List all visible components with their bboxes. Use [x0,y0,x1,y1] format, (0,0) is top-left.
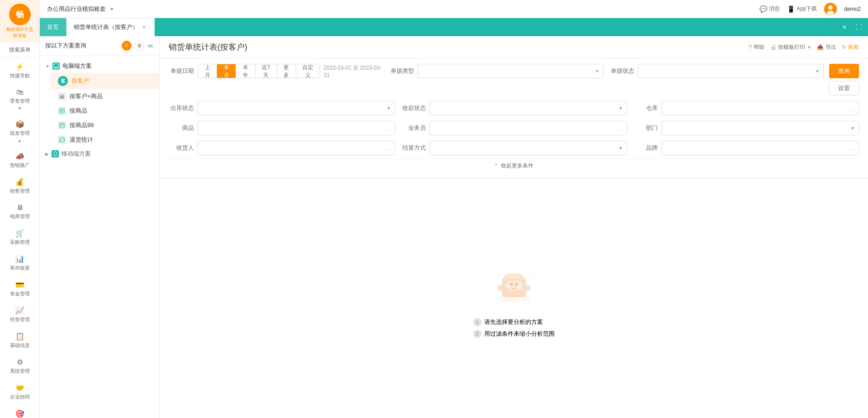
scheme-collapse-icon[interactable]: ≪ [147,42,154,49]
app-name-dropdown-icon[interactable]: ▼ [109,6,114,12]
sidebar-item-purchase[interactable]: 🛒 采购管理 [0,224,39,250]
date-7days-btn[interactable]: 近7天 [255,64,277,78]
date-last-month-btn[interactable]: 上月 [198,64,217,78]
payment-status-select[interactable]: ▼ [429,101,627,115]
payment-status-label: 收款状态 [401,104,426,112]
sidebar-item-inventory[interactable]: 📊 库存核算 [0,250,39,276]
tree-item-by-product-99[interactable]: 按商品99 [51,118,159,133]
help-label: 帮助 [754,43,764,51]
print-icon: 🖨 [770,43,776,51]
tree-item-by-customer[interactable]: 客 按客户 [51,73,159,89]
empty-tip-2: 2 用过滤条件来缩小分析范围 [473,330,555,338]
app-name: 办公用品行业模拟账套 [47,5,106,13]
product-select[interactable]: … [198,121,395,135]
sidebar-item-shortcuts[interactable]: ⚡ 快捷导航 [0,58,39,84]
svg-point-25 [515,283,518,286]
help-btn[interactable]: ? 帮助 [748,43,764,51]
delivery-status-select[interactable]: ▼ [198,101,395,115]
tree-group-desktop: ▼ 电脑端方案 客 [40,59,159,147]
refresh-icon: ↻ [842,44,846,50]
sidebar-item-cooperation[interactable]: 🤝 企业协同 [0,379,39,405]
settlement-select[interactable]: ▼ [429,141,627,155]
settlement-label: 结算方式 [401,144,426,152]
tree-item-by-customer-product[interactable]: 按客户+商品 [51,89,159,104]
message-action[interactable]: 💬 消息 [760,5,780,13]
app-download-action[interactable]: 📱 App下载 [787,5,817,13]
svg-rect-3 [54,64,58,67]
empty-state-illustration [487,255,541,309]
svg-point-28 [529,271,532,273]
sidebar-item-ecommerce[interactable]: 🖥 电商管理 [0,199,39,224]
user-name[interactable]: demo2 [844,6,861,12]
doc-status-select[interactable]: ▼ [638,64,824,78]
sidebar-item-wholesale[interactable]: 📦 批发管理 ▲ [0,115,39,147]
tip-1-text: 请先选择要分析的方案 [484,318,543,326]
tab-sales-stats[interactable]: 销货单统计表（按客户） ✕ [66,18,155,36]
date-this-month-btn[interactable]: 本月 [217,64,236,78]
tree-group-desktop-header[interactable]: ▼ 电脑端方案 [40,59,159,73]
tree-item-by-product[interactable]: 按商品 [51,104,159,118]
sidebar-item-retail[interactable]: 🛍 零售管理 ▼ [0,84,39,115]
tree-group-mobile[interactable]: ▶ 移动端方案 [40,147,159,161]
tip-1-num: 1 [473,318,481,326]
sidebar-item-system[interactable]: ⚙ 系统管理 [0,353,39,379]
header-left: 办公用品行业模拟账套 ▼ [47,5,114,13]
date-label: 单据日期 [169,67,194,75]
print-btn[interactable]: 🖨 按模板打印 ▼ [770,43,811,51]
close-window-icon[interactable]: ✕ [839,22,850,33]
by-product-99-label: 按商品99 [70,121,94,129]
sales-icon: 💰 [15,178,24,186]
retail-icon: 🛍 [16,88,24,96]
newbie-icon: 🎯 [15,409,24,418]
recipient-select[interactable]: … [198,141,395,155]
scheme-settings-btn[interactable]: ⚙ [134,41,144,51]
app-download-label: App下载 [797,5,817,13]
department-select[interactable]: ▼ [661,121,859,135]
sidebar-item-newbie[interactable]: 🎯 新手引导 [0,405,39,418]
search-menu-label[interactable]: 搜索菜单 [9,47,31,53]
date-this-year-btn[interactable]: 本年 [236,64,255,78]
main-area: 办公用品行业模拟账套 ▼ 💬 消息 📱 App下载 demo2 [40,0,868,418]
sidebar-item-sales[interactable]: 💰 销售管理 [0,173,39,199]
svg-point-1 [828,5,833,10]
tree-item-return-stats[interactable]: 退货统计 [51,133,159,147]
tree-group-mobile-icon [52,150,59,157]
scheme-add-btn[interactable]: + [122,41,132,51]
cooperation-icon: 🤝 [15,384,24,392]
sidebar-item-basic[interactable]: 📋 基础信息 [0,328,39,353]
warehouse-select[interactable]: … [661,101,859,115]
product-dots-icon: … [385,124,391,132]
maximize-window-icon[interactable]: ⛶ [854,22,864,33]
svg-rect-18 [55,155,56,156]
sidebar-search[interactable]: 搜索菜单 [0,43,39,58]
tab-close-icon[interactable]: ✕ [141,24,147,31]
collapse-bar[interactable]: ⌃ 收起更多条件 [169,159,859,172]
tab-home[interactable]: 首页 [40,18,66,36]
date-custom-btn[interactable]: 自定义 [296,64,320,78]
tip-2-text: 用过滤条件来缩小分析范围 [484,330,555,338]
salesperson-select[interactable]: … [429,121,627,135]
logo-icon: 畅 [9,4,31,25]
date-more-btn[interactable]: 更多 [277,64,296,78]
doc-type-select[interactable]: ▼ [418,64,604,78]
date-filter-group: 上月 本月 本年 近7天 更多 自定义 [198,64,320,78]
app-download-icon: 📱 [787,5,795,13]
refresh-btn[interactable]: ↻ 刷新 [842,43,859,51]
print-dropdown-icon[interactable]: ▼ [807,45,811,50]
by-product-99-icon [58,121,66,129]
message-icon: 💬 [760,5,767,13]
brand-select[interactable]: … [661,141,859,155]
svg-rect-16 [60,138,64,142]
sidebar-item-finance[interactable]: 💳 资金管理 [0,276,39,302]
export-label: 导出 [826,43,836,51]
recipient-dots-icon: … [385,144,391,152]
query-btn[interactable]: 查询 [829,64,859,78]
top-header: 办公用品行业模拟账套 ▼ 💬 消息 📱 App下载 demo2 [40,0,868,18]
brand-dots-icon: … [849,144,855,152]
sidebar-item-operation[interactable]: 📈 经营管理 [0,302,39,328]
doc-status-label: 单据状态 [609,67,634,75]
setting-btn[interactable]: 设置 [829,81,859,95]
export-btn[interactable]: 📤 导出 [817,43,836,51]
page-header-actions: ? 帮助 🖨 按模板打印 ▼ 📤 导出 ↻ 刷新 [748,43,859,51]
sidebar-item-marketing[interactable]: 📣 营销推广 [0,147,39,173]
